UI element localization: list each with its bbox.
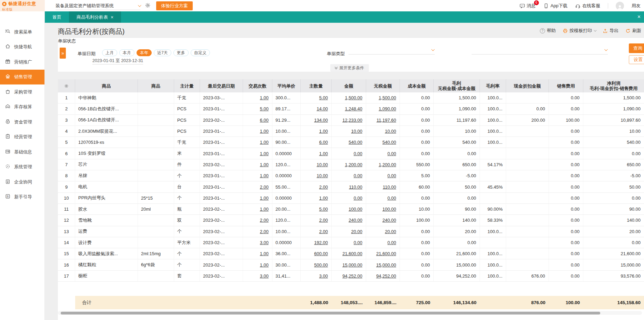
times-cell[interactable]: 1.00 (243, 170, 272, 181)
qty-cell[interactable]: 6.00 (301, 137, 332, 148)
amount-cell[interactable]: 540.00 (332, 137, 366, 148)
notax-cell[interactable]: 10.00 (366, 126, 400, 137)
sidebar-item-资金管理[interactable]: 资金管理 (0, 114, 44, 130)
amount-cell[interactable]: 1,500.00 (332, 92, 366, 103)
trial-button[interactable]: 体验行业方案 (156, 1, 193, 10)
date-option-本年[interactable]: 本年 (137, 49, 152, 56)
notax-cell[interactable]: 1,500.00 (366, 92, 400, 103)
sidebar-item-系统管理[interactable]: 系统管理 (0, 160, 44, 175)
sidebar-item-基础信息[interactable]: 基础信息 (0, 144, 44, 160)
times-cell[interactable]: 1.00 (243, 137, 272, 148)
times-cell[interactable]: 1.00 (243, 92, 272, 103)
print-button[interactable]: 按模板打印 (563, 28, 596, 34)
notax-cell[interactable]: 0.00 (366, 193, 400, 203)
notax-cell[interactable]: 20.00 (366, 226, 400, 237)
times-cell[interactable]: 2.00 (243, 226, 272, 237)
times-cell[interactable]: 3.00 (243, 271, 272, 281)
date-option-近7天[interactable]: 近7天 (154, 49, 171, 56)
date-option-本月[interactable]: 本月 (119, 49, 134, 56)
amount-cell[interactable]: 15,000.00 (332, 259, 366, 270)
date-option-上月[interactable]: 上月 (102, 49, 117, 56)
expand-more-button[interactable]: 展开更多条件 (330, 64, 369, 72)
online-service-button[interactable]: 在线客服 (575, 3, 600, 9)
amount-cell[interactable]: 0.00 (332, 237, 366, 248)
qty-cell[interactable]: 2.00 (301, 215, 332, 226)
amount-cell[interactable]: 12,233.00 (332, 115, 366, 126)
date-range-value[interactable]: 2023-01-01 至 2023-12-31 (92, 58, 143, 64)
amount-cell[interactable]: 0.00 (332, 148, 366, 159)
date-option-更多[interactable]: 更多 (173, 49, 189, 56)
amount-cell[interactable]: 10.00 (332, 126, 366, 137)
date-option-自定义[interactable]: 自定义 (191, 49, 210, 56)
qty-cell[interactable]: 134.00 (301, 115, 332, 126)
times-cell[interactable]: 1.00 (243, 248, 272, 259)
qty-cell[interactable]: 10.00 (301, 170, 332, 181)
tab-gross-profit-report[interactable]: 商品毛利分析表 × (69, 11, 121, 23)
system-select[interactable]: 装备及固定资产辅助管理系统 (56, 2, 140, 10)
qty-cell[interactable]: 14.00 (301, 103, 332, 114)
avatar[interactable] (616, 2, 624, 10)
amount-cell[interactable]: 20.00 (332, 226, 366, 237)
sidebar-item-新手引导[interactable]: 新新手引导 (0, 190, 44, 205)
notax-cell[interactable]: 110.00 (366, 181, 400, 192)
times-cell[interactable]: 3.00 (243, 237, 272, 248)
notax-cell[interactable]: 15,000.00 (366, 259, 400, 270)
notax-cell[interactable]: 100.00 (366, 204, 400, 214)
close-icon[interactable]: × (637, 14, 641, 20)
tab-close-icon[interactable]: × (111, 14, 113, 20)
times-cell[interactable]: 6.00 (243, 115, 272, 126)
amount-cell[interactable]: 94,252.00 (332, 271, 366, 281)
notax-cell[interactable]: 240.00 (366, 215, 400, 226)
notax-cell[interactable]: 0.00 (366, 148, 400, 159)
times-cell[interactable]: 1.00 (243, 259, 272, 270)
messages-button[interactable]: 消息 6 (520, 3, 536, 9)
export-button[interactable]: 导出 (603, 28, 618, 34)
qty-cell[interactable]: 2.00 (301, 181, 332, 192)
qty-cell[interactable]: 5.00 (301, 204, 332, 214)
sidebar-item-库存核算[interactable]: 库存核算 (0, 100, 44, 115)
doc-status-select[interactable] (472, 46, 608, 54)
qty-cell[interactable]: 10.00 (301, 159, 332, 170)
notax-cell[interactable]: 0.00 (366, 170, 400, 181)
notax-cell[interactable]: 21,600.00 (366, 248, 400, 259)
sidebar-item-搜索菜单[interactable]: 搜索菜单 (0, 24, 44, 40)
qty-cell[interactable]: 3.00 (301, 271, 332, 281)
sidebar-item-采购管理[interactable]: 采购管理 (0, 84, 44, 100)
qty-cell[interactable]: 600.00 (301, 248, 332, 259)
notax-cell[interactable]: 1,200.00 (366, 159, 400, 170)
sidebar-item-营销推广[interactable]: 营销推广 (0, 54, 44, 70)
horizontal-scrollbar[interactable] (58, 311, 642, 315)
qty-cell[interactable]: 1.00 (301, 148, 332, 159)
sidebar-item-经营管理[interactable]: 经营管理 (0, 130, 44, 145)
notax-cell[interactable]: 540.00 (366, 137, 400, 148)
gear-icon[interactable] (145, 2, 151, 10)
times-cell[interactable]: 5.00 (243, 103, 272, 114)
times-cell[interactable]: 1.00 (243, 193, 272, 203)
notax-cell[interactable]: 0.00 (366, 237, 400, 248)
doc-type-select[interactable] (349, 46, 435, 54)
amount-cell[interactable]: 100.00 (332, 204, 366, 214)
times-cell[interactable]: 1.00 (243, 159, 272, 170)
amount-cell[interactable]: 0.00 (332, 193, 366, 203)
times-cell[interactable]: 1.00 (243, 204, 272, 214)
times-cell[interactable]: 2.00 (243, 181, 272, 192)
qty-cell[interactable]: 1.00 (301, 193, 332, 203)
notax-cell[interactable]: 1,090.00 (366, 103, 400, 114)
qty-cell[interactable]: 192.00 (301, 237, 332, 248)
collapse-filter-button[interactable]: » (60, 48, 66, 59)
refresh-button[interactable]: 刷新 (625, 28, 641, 34)
settings-button[interactable]: 设置 (629, 55, 644, 64)
amount-cell[interactable]: 110.00 (332, 181, 366, 192)
qty-cell[interactable]: 2.00 (301, 226, 332, 237)
query-button[interactable]: 查询 (629, 43, 644, 53)
sidebar-item-企业协同[interactable]: 企业协同 (0, 174, 44, 190)
scrollbar-thumb[interactable] (61, 312, 600, 314)
qty-cell[interactable]: 1.00 (301, 126, 332, 137)
sidebar-item-快捷导航[interactable]: 快捷导航 (0, 40, 44, 55)
qty-cell[interactable]: 5.00 (301, 92, 332, 103)
notax-cell[interactable]: 94,252.00 (366, 271, 400, 281)
amount-cell[interactable]: 0.00 (332, 170, 366, 181)
times-cell[interactable]: 1.00 (243, 126, 272, 137)
amount-cell[interactable]: 21,600.00 (332, 248, 366, 259)
amount-cell[interactable]: 1,248.40 (332, 103, 366, 114)
